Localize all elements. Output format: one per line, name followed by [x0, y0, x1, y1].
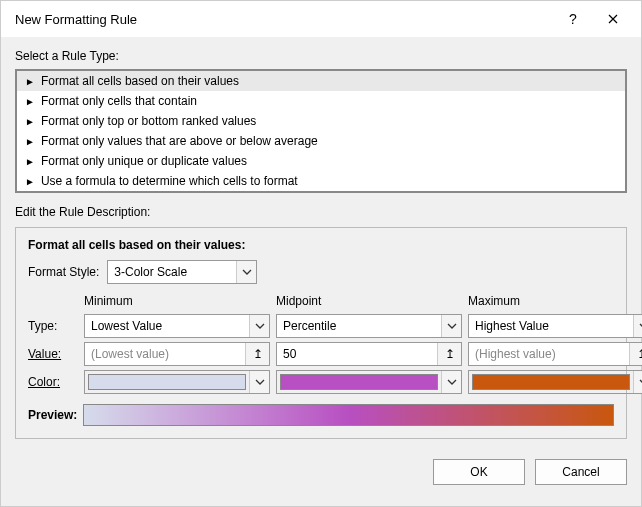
mid-value-input[interactable]: 50↥ — [276, 342, 462, 366]
rule-type-item[interactable]: ►Format only cells that contain — [17, 91, 625, 111]
row-label-type: Type: — [28, 319, 78, 333]
mid-color-combo[interactable] — [276, 370, 462, 394]
rule-description-panel: Format all cells based on their values: … — [15, 227, 627, 439]
close-icon — [608, 14, 618, 24]
dialog-title: New Formatting Rule — [15, 12, 553, 27]
ok-button[interactable]: OK — [433, 459, 525, 485]
close-button[interactable] — [593, 1, 633, 37]
arrow-icon: ► — [25, 156, 35, 167]
max-color-combo[interactable] — [468, 370, 642, 394]
color-swatch — [472, 374, 630, 390]
arrow-icon: ► — [25, 76, 35, 87]
rule-description-title: Format all cells based on their values: — [28, 238, 614, 252]
rule-type-item[interactable]: ►Use a formula to determine which cells … — [17, 171, 625, 191]
rule-type-label: Format only values that are above or bel… — [41, 134, 318, 148]
min-color-combo[interactable] — [84, 370, 270, 394]
color-swatch — [280, 374, 438, 390]
chevron-down-icon — [236, 261, 256, 283]
format-style-combo[interactable]: 3-Color Scale — [107, 260, 257, 284]
max-value-input[interactable]: (Highest value)↥ — [468, 342, 642, 366]
rule-type-label: Format only unique or duplicate values — [41, 154, 247, 168]
dialog-footer: OK Cancel — [1, 449, 641, 495]
col-header-minimum: Minimum — [84, 294, 270, 310]
arrow-icon: ► — [25, 116, 35, 127]
row-label-color: Color: — [28, 375, 78, 389]
preview-gradient — [83, 404, 614, 426]
rule-type-item[interactable]: ►Format all cells based on their values — [17, 71, 625, 91]
min-value-input[interactable]: (Lowest value)↥ — [84, 342, 270, 366]
rule-type-label: Format all cells based on their values — [41, 74, 239, 88]
chevron-down-icon — [441, 371, 461, 393]
format-style-label: Format Style: — [28, 265, 99, 279]
arrow-icon: ► — [25, 136, 35, 147]
rule-type-label: Format only cells that contain — [41, 94, 197, 108]
mid-type-combo[interactable]: Percentile — [276, 314, 462, 338]
format-style-value: 3-Color Scale — [108, 265, 236, 279]
edit-rule-description-label: Edit the Rule Description: — [15, 205, 627, 219]
chevron-down-icon — [249, 371, 269, 393]
new-formatting-rule-dialog: New Formatting Rule ? Select a Rule Type… — [0, 0, 642, 507]
titlebar: New Formatting Rule ? — [1, 1, 641, 37]
help-button[interactable]: ? — [553, 1, 593, 37]
rule-type-item[interactable]: ►Format only top or bottom ranked values — [17, 111, 625, 131]
select-rule-type-label: Select a Rule Type: — [15, 49, 627, 63]
cancel-button[interactable]: Cancel — [535, 459, 627, 485]
chevron-down-icon — [633, 371, 642, 393]
arrow-icon: ► — [25, 176, 35, 187]
row-label-value: Value: — [28, 347, 78, 361]
col-header-midpoint: Midpoint — [276, 294, 462, 310]
rule-type-item[interactable]: ►Format only unique or duplicate values — [17, 151, 625, 171]
max-type-combo[interactable]: Highest Value — [468, 314, 642, 338]
preview-label: Preview: — [28, 408, 77, 422]
range-select-icon[interactable]: ↥ — [245, 343, 269, 365]
rule-type-item[interactable]: ►Format only values that are above or be… — [17, 131, 625, 151]
min-type-combo[interactable]: Lowest Value — [84, 314, 270, 338]
rule-type-label: Format only top or bottom ranked values — [41, 114, 256, 128]
rule-type-list[interactable]: ►Format all cells based on their values … — [15, 69, 627, 193]
arrow-icon: ► — [25, 96, 35, 107]
chevron-down-icon — [249, 315, 269, 337]
color-swatch — [88, 374, 246, 390]
range-select-icon[interactable]: ↥ — [437, 343, 461, 365]
rule-type-label: Use a formula to determine which cells t… — [41, 174, 298, 188]
chevron-down-icon — [441, 315, 461, 337]
col-header-maximum: Maximum — [468, 294, 642, 310]
chevron-down-icon — [633, 315, 642, 337]
range-select-icon[interactable]: ↥ — [629, 343, 642, 365]
